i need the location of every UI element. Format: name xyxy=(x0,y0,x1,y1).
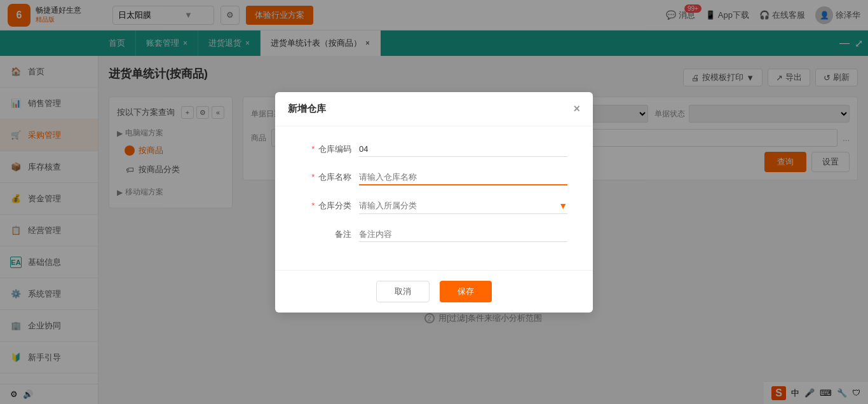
dialog-title: 新增仓库 xyxy=(288,103,326,115)
form-row-name: * 仓库名称 xyxy=(301,170,567,185)
form-row-category: * 仓库分类 ▼ xyxy=(301,198,567,214)
required-mark-category: * xyxy=(311,201,315,210)
new-warehouse-dialog: 新增仓库 × * 仓库编码 * 仓库名称 xyxy=(275,92,593,313)
dialog-close-button[interactable]: × xyxy=(573,102,580,116)
required-mark-code: * xyxy=(311,144,315,154)
dialog-footer: 取消 保存 xyxy=(275,270,593,313)
remark-label: 备注 xyxy=(301,229,351,240)
category-dropdown-icon: ▼ xyxy=(559,201,567,211)
dialog-body: * 仓库编码 * 仓库名称 * 仓库分类 xyxy=(275,126,593,270)
warehouse-category-select[interactable]: ▼ xyxy=(359,198,567,214)
warehouse-name-label: * 仓库名称 xyxy=(301,172,351,183)
dialog-overlay: 新增仓库 × * 仓库编码 * 仓库名称 xyxy=(0,0,868,404)
cancel-button[interactable]: 取消 xyxy=(376,281,430,302)
dialog-header: 新增仓库 × xyxy=(275,92,593,126)
form-row-code: * 仓库编码 xyxy=(301,142,567,157)
required-mark-name: * xyxy=(311,172,315,182)
remark-input[interactable] xyxy=(359,227,567,242)
form-row-remark: 备注 xyxy=(301,227,567,242)
warehouse-name-input[interactable] xyxy=(359,170,567,185)
warehouse-code-input[interactable] xyxy=(359,142,567,157)
warehouse-code-label: * 仓库编码 xyxy=(301,144,351,155)
save-button[interactable]: 保存 xyxy=(440,281,492,302)
warehouse-category-input[interactable] xyxy=(359,201,559,210)
warehouse-category-label: * 仓库分类 xyxy=(301,200,351,212)
